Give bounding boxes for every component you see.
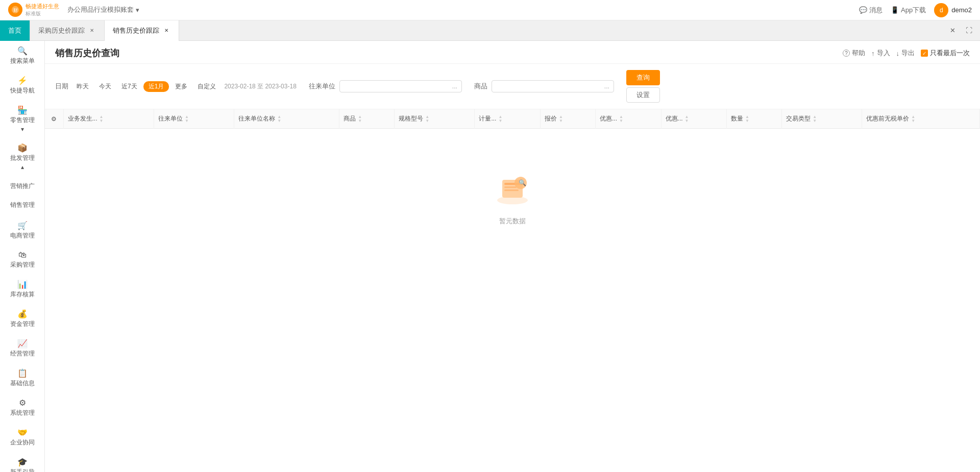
phone-icon: 📱 [891, 6, 899, 14]
date-btn-today[interactable]: 今天 [95, 81, 115, 92]
help-action[interactable]: ? 帮助 [843, 49, 865, 58]
only-last-text: 只看最后一次 [930, 49, 970, 58]
col-quantity[interactable]: 数量 ▲▼ [727, 109, 782, 129]
product-input[interactable]: ... [492, 80, 614, 92]
avatar: d [934, 3, 948, 17]
app-download-action[interactable]: 📱 App下载 [891, 6, 926, 15]
date-range: 2023-02-18 至 2023-03-18 [224, 82, 296, 91]
date-btn-last1month[interactable]: 近1月 [143, 81, 169, 92]
sidebar-item-marketing[interactable]: 营销推广 [4, 177, 40, 196]
col-biz-date[interactable]: 业务发生... ▲▼ [63, 109, 154, 129]
tab-home[interactable]: 首页 [0, 20, 30, 41]
tabbar-actions: ✕ ⛶ [945, 23, 980, 38]
sidebar-item-system[interactable]: ⚙ 系统管理 [0, 393, 44, 422]
col-partner-id[interactable]: 往来单位 ▲▼ [154, 109, 234, 129]
sidebar-item-system-label: 系统管理 [10, 409, 35, 417]
sidebar-item-retail[interactable]: 🏪 零售管理 ▾ [0, 100, 44, 138]
date-btn-yesterday[interactable]: 昨天 [72, 81, 93, 92]
col-quote[interactable]: 报价 ▲▼ [540, 109, 595, 129]
import-action[interactable]: ↑ 导入 [871, 49, 890, 58]
col-pretax-price[interactable]: 优惠前无税单价 ▲▼ [862, 109, 980, 129]
dropdown-icon: ▾ [136, 6, 139, 14]
tab-purchase-history[interactable]: 采购历史价跟踪 ✕ [30, 20, 105, 41]
col-trade-type-label: 交易类型 [786, 114, 811, 123]
query-button[interactable]: 查询 [626, 70, 660, 85]
sidebar-section-wholesale: 营销推广 销售管理 [0, 176, 44, 216]
sidebar-item-inventory[interactable]: 📊 库存核算 [0, 274, 44, 304]
sidebar-item-wholesale[interactable]: 📦 批发管理 ▴ [0, 138, 44, 176]
sidebar-item-purchase[interactable]: 🛍 采购管理 [0, 245, 44, 274]
date-filter-group: 日期 昨天 今天 近7天 近1月 更多 自定义 2023-02-18 至 202… [55, 81, 297, 92]
search-icon: 🔍 [17, 46, 28, 56]
col-unit[interactable]: 计量... ▲▼ [475, 109, 541, 129]
product-label: 商品 [474, 82, 487, 91]
settings-button[interactable]: 设置 [626, 87, 660, 103]
sort-arrows-trade-type: ▲▼ [813, 115, 817, 123]
col-settings[interactable]: ⚙ [45, 109, 63, 129]
col-partner-name[interactable]: 往来单位名称 ▲▼ [234, 109, 339, 129]
topbar-left: 财 畅捷通好生意 标准版 办公用品行业模拟账套 ▾ [8, 3, 143, 17]
data-table: ⚙ 业务发生... ▲▼ 往来单位 ▲▼ [45, 109, 980, 129]
sidebar-item-basic[interactable]: 📋 基础信息 [0, 363, 44, 393]
col-spec-label: 规格型号 [399, 114, 423, 123]
inventory-icon: 📊 [17, 279, 28, 289]
sidebar-item-shortcut[interactable]: ⚡ 快捷导航 [0, 70, 44, 100]
date-btn-custom[interactable]: 自定义 [193, 81, 220, 92]
sort-arrows-quantity: ▲▼ [745, 115, 749, 123]
tab-sales-history[interactable]: 销售历史价跟踪 ✕ [105, 20, 179, 41]
col-partner-id-label: 往来单位 [158, 114, 183, 123]
import-label: 导入 [877, 49, 890, 58]
sidebar-item-guide[interactable]: 🎓 新手引导 [0, 452, 44, 472]
ecommerce-icon: 🛒 [17, 221, 28, 230]
app-selector[interactable]: 办公用品行业模拟账套 ▾ [63, 3, 143, 16]
fullscreen-button[interactable]: ⛶ [962, 23, 976, 38]
filter-actions: 查询 设置 [626, 70, 660, 103]
col-product-label: 商品 [344, 114, 356, 123]
tab-purchase-close-icon[interactable]: ✕ [88, 27, 96, 35]
main-layout: 🔍 搜索菜单 ⚡ 快捷导航 🏪 零售管理 ▾ 📦 批发管理 ▴ 营销推广 销售管… [0, 41, 980, 472]
col-spec[interactable]: 规格型号 ▲▼ [395, 109, 475, 129]
guide-icon: 🎓 [17, 457, 28, 467]
sidebar-item-ecommerce[interactable]: 🛒 电商管理 [0, 216, 44, 245]
tab-purchase-label: 采购历史价跟踪 [38, 26, 85, 35]
col-product[interactable]: 商品 ▲▼ [339, 109, 395, 129]
logo-sub: 标准版 [26, 10, 59, 17]
date-buttons: 昨天 今天 近7天 近1月 更多 自定义 [72, 81, 220, 92]
col-discount2[interactable]: 优惠... ▲▼ [661, 109, 727, 129]
product-dots-icon: ... [604, 83, 609, 90]
sidebar-item-search[interactable]: 🔍 搜索菜单 [0, 41, 44, 70]
logo-text-area: 畅捷通好生意 标准版 [26, 3, 59, 17]
col-pretax-price-label: 优惠前无税单价 [866, 114, 909, 123]
date-btn-more[interactable]: 更多 [171, 81, 191, 92]
only-last-checkbox-label[interactable]: 只看最后一次 [921, 49, 970, 58]
partner-label: 往来单位 [309, 82, 335, 91]
logo-text: 畅捷通好生意 [26, 3, 59, 10]
export-action[interactable]: ↓ 导出 [896, 49, 915, 58]
system-icon: ⚙ [19, 398, 26, 408]
sort-arrows-discount2: ▲▼ [685, 115, 689, 123]
partner-input[interactable]: ... [339, 80, 462, 92]
tabbar: 首页 采购历史价跟踪 ✕ 销售历史价跟踪 ✕ ✕ ⛶ [0, 20, 980, 41]
wholesale-icon: 📦 [17, 143, 28, 153]
sort-arrows-partner-name: ▲▼ [277, 115, 281, 123]
topbar: 财 畅捷通好生意 标准版 办公用品行业模拟账套 ▾ 💬 消息 📱 App下载 d… [0, 0, 980, 20]
svg-text:🔍: 🔍 [519, 179, 526, 186]
col-discount1[interactable]: 优惠... ▲▼ [596, 109, 662, 129]
col-unit-label: 计量... [479, 114, 496, 123]
sidebar-item-cooperation[interactable]: 🤝 企业协同 [0, 422, 44, 452]
sidebar-item-ecommerce-label: 电商管理 [10, 231, 35, 240]
only-last-checkbox[interactable] [921, 50, 928, 57]
tab-sales-close-icon[interactable]: ✕ [162, 27, 170, 35]
sidebar-item-operations[interactable]: 📈 经营管理 [0, 334, 44, 363]
table-header-row: ⚙ 业务发生... ▲▼ 往来单位 ▲▼ [45, 109, 980, 129]
username: demo2 [951, 6, 972, 14]
operations-icon: 📈 [17, 339, 28, 348]
close-all-button[interactable]: ✕ [945, 23, 960, 38]
message-action[interactable]: 💬 消息 [859, 6, 883, 15]
sidebar-item-finance[interactable]: 💰 资金管理 [0, 304, 44, 334]
col-trade-type[interactable]: 交易类型 ▲▼ [782, 109, 862, 129]
sidebar-item-sales[interactable]: 销售管理 [4, 196, 40, 215]
user-area[interactable]: d demo2 [934, 3, 972, 17]
purchase-icon: 🛍 [18, 250, 27, 259]
date-btn-last7days[interactable]: 近7天 [117, 81, 141, 92]
